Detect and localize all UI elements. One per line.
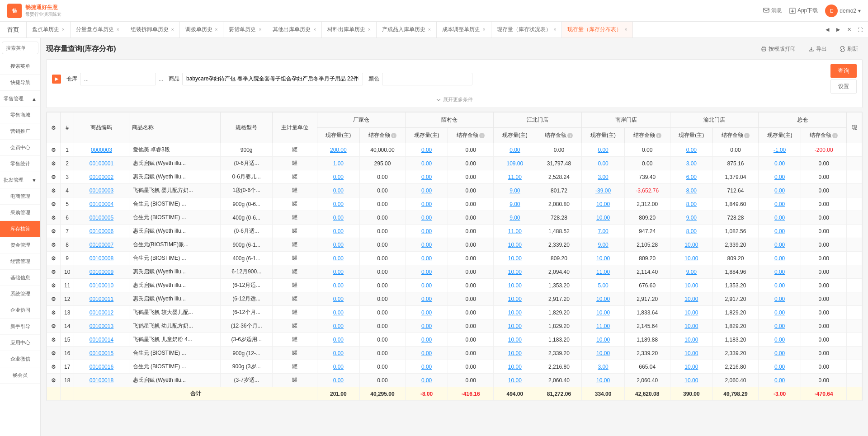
info-icon-c1[interactable]: i xyxy=(391,133,396,138)
close-tab-3[interactable]: × xyxy=(215,27,218,32)
nav-home-tab[interactable]: 首页 xyxy=(0,22,27,38)
query-button[interactable]: 查询 xyxy=(830,64,857,78)
nav-tab-8[interactable]: 成本调整单历史 × xyxy=(437,22,491,38)
nav-prev-btn[interactable]: ◀ xyxy=(823,25,832,34)
nav-tab-0[interactable]: 盘点单历史 × xyxy=(27,22,71,38)
sidebar-item-member2[interactable]: 畅会员 xyxy=(0,367,40,384)
close-tab-2[interactable]: × xyxy=(171,27,174,32)
sidebar-search-input[interactable] xyxy=(2,42,38,54)
row-gear[interactable]: ⚙ xyxy=(47,347,61,360)
row-name: 飞鹤星飞帆 较大婴儿配... xyxy=(129,306,220,319)
close-tab-9[interactable]: × xyxy=(554,27,557,32)
nav-tab-10[interactable]: 现存量（库存分布表） × xyxy=(562,22,633,38)
nav-close-btn[interactable]: ✕ xyxy=(844,25,854,34)
inventory-table-wrapper[interactable]: ⚙ # 商品编码 商品名称 规格型号 主计量单位 厂家仓 陌村仓 江北门店 南岸… xyxy=(46,112,863,401)
sidebar-item-basic-info[interactable]: 基础信息 xyxy=(0,270,40,286)
row-gear[interactable]: ⚙ xyxy=(47,252,61,265)
row-gear[interactable]: ⚙ xyxy=(47,292,61,306)
sidebar-item-inventory[interactable]: 库存核算 xyxy=(0,221,40,237)
sidebar-item-finance[interactable]: 资金管理 xyxy=(0,237,40,253)
row-c2-qty: 0.00 xyxy=(405,252,448,265)
info-icon-c3[interactable]: i xyxy=(567,133,573,138)
sidebar-item-app-center[interactable]: 应用中心 xyxy=(0,335,40,351)
nav-tab-3[interactable]: 调拨单历史 × xyxy=(180,22,224,38)
nav-tab-2[interactable]: 组装拆卸单历史 × xyxy=(125,22,180,38)
nav-tab-5[interactable]: 其他出库单历史 × xyxy=(267,22,322,38)
row-c4-qty: 10.00 xyxy=(582,347,624,360)
close-tab-8[interactable]: × xyxy=(483,27,486,32)
close-tab-7[interactable]: × xyxy=(428,27,431,32)
refresh-btn[interactable]: 刷新 xyxy=(835,43,863,55)
sidebar-item-wechat[interactable]: 企业微信 xyxy=(0,351,40,367)
sidebar-item-enterprise[interactable]: 企业协同 xyxy=(0,302,40,319)
sidebar-item-ecommerce[interactable]: 电商管理 xyxy=(0,188,40,205)
nav-expand-btn[interactable]: ⛶ xyxy=(855,25,864,34)
row-gear[interactable]: ⚙ xyxy=(47,306,61,319)
close-tab-5[interactable]: × xyxy=(313,27,316,32)
row-extra xyxy=(847,197,862,211)
sidebar-item-search[interactable]: 搜索英单 xyxy=(0,58,40,75)
settings-button[interactable]: 设置 xyxy=(830,80,857,94)
row-c4-amt: -3,652.76 xyxy=(624,184,670,197)
info-icon-c4[interactable]: i xyxy=(656,133,661,138)
row-gear[interactable]: ⚙ xyxy=(47,319,61,333)
row-gear[interactable]: ⚙ xyxy=(47,225,61,238)
row-c3-qty: 10.00 xyxy=(494,292,536,306)
sidebar-item-guide[interactable]: 新手引导 xyxy=(0,319,40,335)
message-btn[interactable]: 消息 xyxy=(763,7,782,14)
row-gear[interactable]: ⚙ xyxy=(47,374,61,387)
sidebar-item-retail-mall[interactable]: 零售商城 xyxy=(0,107,40,123)
row-gear[interactable]: ⚙ xyxy=(47,279,61,292)
close-tab-1[interactable]: × xyxy=(117,27,119,32)
nav-tab-1[interactable]: 分量盘点单历史 × xyxy=(71,22,125,38)
row-c2-amt: 0.00 xyxy=(448,319,494,333)
color-input[interactable] xyxy=(382,73,472,85)
row-gear[interactable]: ⚙ xyxy=(47,211,61,225)
th-gear[interactable]: ⚙ xyxy=(47,113,61,143)
nav-tab-4[interactable]: 要货单历史 × xyxy=(223,22,267,38)
sidebar-item-retail-stats[interactable]: 零售统计 xyxy=(0,156,40,172)
export-btn[interactable]: 导出 xyxy=(804,43,831,55)
close-tab-4[interactable]: × xyxy=(259,27,261,32)
expand-more-btn[interactable]: 展开更多条件 xyxy=(52,96,857,103)
info-icon-ct[interactable]: i xyxy=(832,133,838,138)
sidebar-item-operations[interactable]: 经营管理 xyxy=(0,253,40,270)
sidebar-item-purchase[interactable]: 采购管理 xyxy=(0,205,40,221)
user-area[interactable]: E demo2 ▾ xyxy=(825,5,861,17)
sidebar-item-wholesale[interactable]: 批发管理 ▼ xyxy=(0,172,40,188)
warehouse-input[interactable] xyxy=(80,73,156,85)
row-gear[interactable]: ⚙ xyxy=(47,333,61,347)
row-c5-qty: 8.00 xyxy=(670,184,712,197)
row-gear[interactable]: ⚙ xyxy=(47,170,61,184)
row-gear[interactable]: ⚙ xyxy=(47,265,61,279)
row-gear[interactable]: ⚙ xyxy=(47,238,61,252)
top-header: 畅 畅捷通好生意 母婴行业演示陈套 消息 App下载 E demo2 ▾ xyxy=(0,0,868,22)
row-gear[interactable]: ⚙ xyxy=(47,360,61,374)
row-c1-qty: 0.00 xyxy=(317,292,359,306)
sidebar-item-member[interactable]: 会员中心 xyxy=(0,140,40,156)
nav-tab-6[interactable]: 材料出库单历史 × xyxy=(322,22,377,38)
info-icon-c2[interactable]: i xyxy=(479,133,485,138)
info-icon-c5[interactable]: i xyxy=(744,133,750,138)
app-download-btn[interactable]: App下载 xyxy=(789,7,818,14)
sidebar-item-quicknav[interactable]: 快捷导航 xyxy=(0,75,40,91)
print-btn[interactable]: 按模版打印 xyxy=(756,43,800,55)
sum-c4-qty: 334.00 xyxy=(582,387,624,401)
filter-expand-arrow[interactable]: ▶ xyxy=(52,75,61,84)
nav-tab-9[interactable]: 现存量（库存状况表） × xyxy=(491,22,562,38)
sidebar-item-marketing[interactable]: 营销推广 xyxy=(0,123,40,140)
nav-tab-7[interactable]: 产成品入库单历史 × xyxy=(377,22,437,38)
close-tab-6[interactable]: × xyxy=(368,27,371,32)
close-tab-0[interactable]: × xyxy=(62,27,65,32)
warehouse-field: 仓库 ... xyxy=(66,73,163,85)
close-tab-10[interactable]: × xyxy=(624,27,627,32)
sidebar-item-system[interactable]: 系统管理 xyxy=(0,286,40,302)
goods-input[interactable] xyxy=(182,73,363,85)
sidebar-item-retail-mgmt[interactable]: 零售管理 ▲ xyxy=(0,91,40,107)
nav-next-btn[interactable]: ▶ xyxy=(834,25,843,34)
row-gear[interactable]: ⚙ xyxy=(47,157,61,170)
row-gear[interactable]: ⚙ xyxy=(47,197,61,211)
row-c3-amt: 801.72 xyxy=(536,184,582,197)
row-gear[interactable]: ⚙ xyxy=(47,184,61,197)
row-gear[interactable]: ⚙ xyxy=(47,143,61,157)
